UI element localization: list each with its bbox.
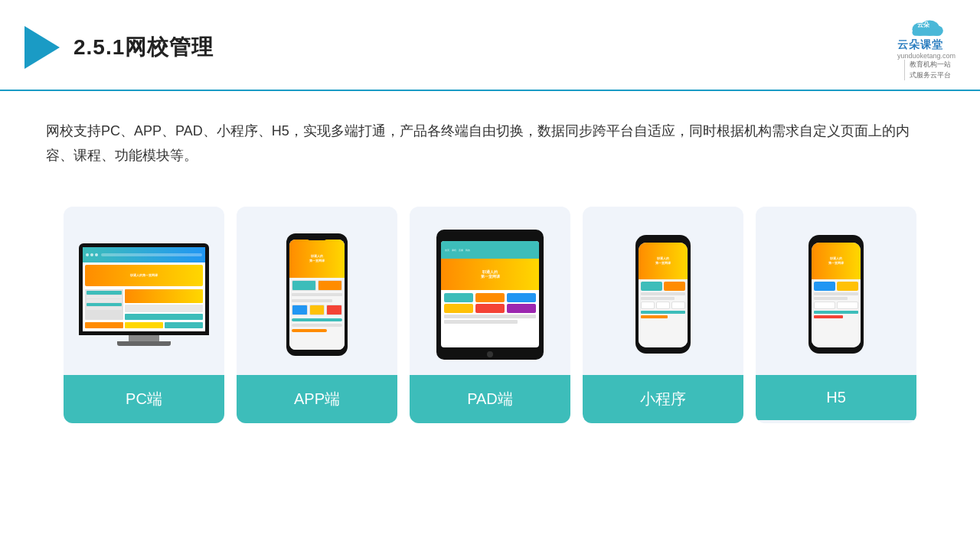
pad-label: PAD端 — [410, 375, 570, 423]
description-text: 网校支持PC、APP、PAD、小程序、H5，实现多端打通，产品各终端自由切换，数… — [0, 91, 980, 184]
miniapp-label: 小程序 — [583, 375, 743, 423]
pc-card: 职通人的第一堂网课 — [64, 207, 224, 423]
pad-card: 首页 课程 直播 我的 职通人的第一堂网课 — [410, 207, 570, 423]
pc-monitor-icon: 职通人的第一堂网课 — [79, 243, 209, 346]
app-image-area: 职通人的第一堂网课 — [237, 207, 397, 375]
header: 2.5.1网校管理 云朵 云朵课堂 yunduoketang.com 教育机构一… — [0, 0, 980, 91]
pc-image-area: 职通人的第一堂网课 — [64, 207, 224, 375]
svg-text:云朵: 云朵 — [917, 21, 930, 28]
cloud-icon: 云朵 — [906, 14, 946, 38]
h5-image-area: 职通人的第一堂网课 — [756, 207, 916, 375]
svg-rect-3 — [912, 29, 942, 35]
app-label: APP端 — [237, 375, 397, 423]
app-card: 职通人的第一堂网课 — [237, 207, 397, 423]
pad-image-area: 首页 课程 直播 我的 职通人的第一堂网课 — [410, 207, 570, 375]
description-paragraph: 网校支持PC、APP、PAD、小程序、H5，实现多端打通，产品各终端自由切换，数… — [46, 119, 934, 168]
brand-domain: yunduoketang.com — [897, 52, 956, 60]
miniapp-card: 职通人的第一堂网课 — [583, 207, 743, 423]
miniapp-phone-icon: 职通人的第一堂网课 — [635, 235, 691, 354]
h5-label: H5 — [756, 375, 916, 420]
miniapp-image-area: 职通人的第一堂网课 — [583, 207, 743, 375]
page-title: 2.5.1网校管理 — [74, 33, 214, 62]
app-phone-icon: 职通人的第一堂网课 — [286, 233, 348, 356]
brand-tagline: 教育机构一站 式服务云平台 — [910, 60, 951, 80]
logo-triangle-icon — [24, 26, 60, 69]
pc-label: PC端 — [64, 375, 224, 423]
brand-logo: 云朵 云朵课堂 yunduoketang.com 教育机构一站 式服务云平台 — [897, 14, 956, 80]
brand-name: 云朵课堂 — [897, 38, 943, 52]
header-left: 2.5.1网校管理 — [24, 26, 214, 69]
platform-cards: 职通人的第一堂网课 — [0, 184, 980, 446]
h5-card: 职通人的第一堂网课 — [756, 207, 916, 423]
h5-phone-icon: 职通人的第一堂网课 — [808, 235, 864, 354]
header-right: 云朵 云朵课堂 yunduoketang.com 教育机构一站 式服务云平台 — [897, 14, 956, 80]
pad-tablet-icon: 首页 课程 直播 我的 职通人的第一堂网课 — [436, 230, 544, 360]
